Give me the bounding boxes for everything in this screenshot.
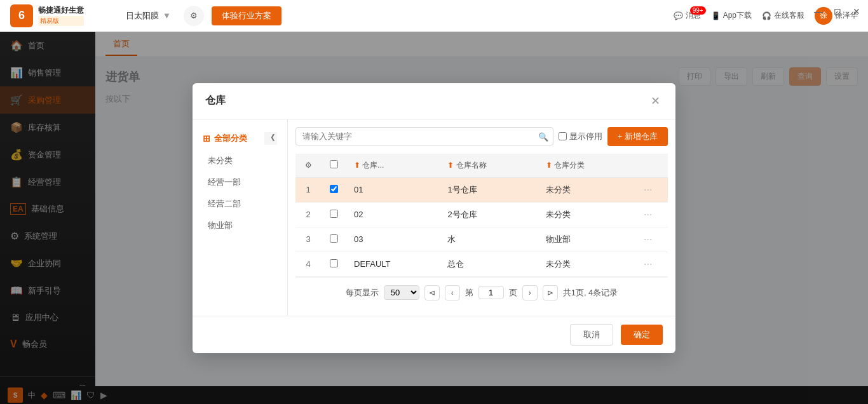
grid-icon: ⊞: [203, 133, 210, 144]
modal-overlay: 仓库 ✕ ⊞ 全部分类 《 未分类 经营一部 经营二部 物业部: [0, 32, 868, 404]
table-row[interactable]: 1 01 1号仓库 未分类 ···: [295, 177, 668, 202]
headset-icon: 🎧: [762, 11, 771, 20]
trial-button[interactable]: 体验行业方案: [212, 6, 281, 25]
settings-icon[interactable]: ⚙: [184, 6, 204, 26]
modal-table: ⚙ ⬆ 仓库... ⬆ 仓库名称: [295, 154, 668, 277]
logo-icon: 6: [10, 4, 33, 27]
col-category: ⬆ 仓库分类: [538, 154, 636, 178]
search-icon[interactable]: 🔍: [538, 131, 548, 141]
last-page-button[interactable]: ⊳: [543, 285, 558, 300]
show-disabled-label: 显示停用: [559, 131, 602, 142]
modal-sidebar-header: ⊞ 全部分类 《: [193, 127, 287, 150]
sort-icon: ⬆: [354, 161, 360, 170]
table-header: ⚙ ⬆ 仓库... ⬆ 仓库名称: [295, 154, 668, 178]
row-index: 2: [295, 202, 321, 227]
row-checkbox-cell[interactable]: [321, 177, 346, 202]
modal-right-content: 🔍 显示停用 + 新增仓库 ⚙: [288, 119, 675, 316]
window-controls: — ⊡ ✕: [807, 0, 868, 23]
row-index: 1: [295, 177, 321, 202]
row-checkbox[interactable]: [330, 259, 338, 267]
minimize-button[interactable]: —: [810, 3, 827, 20]
col-name: ⬆ 仓库名称: [440, 154, 538, 178]
modal-title: 仓库: [205, 94, 226, 107]
top-header: 6 畅捷通好生意 精易版 日太阳膜 ▼ ⚙ 体验行业方案 💬 消息 99+ 📱 …: [0, 0, 868, 32]
cancel-button[interactable]: 取消: [570, 324, 613, 346]
actions-dots-icon[interactable]: ···: [644, 184, 652, 195]
row-actions[interactable]: ···: [636, 202, 668, 227]
col-settings[interactable]: ⚙: [295, 154, 321, 178]
row-code: 01: [346, 177, 440, 202]
store-selector[interactable]: 日太阳膜 ▼: [118, 8, 179, 24]
row-index: 3: [295, 227, 321, 252]
close-button[interactable]: ✕: [848, 3, 865, 20]
select-all-checkbox[interactable]: [330, 160, 338, 168]
sort-icon-cat: ⬆: [546, 161, 552, 170]
row-name: 2号仓库: [440, 202, 538, 227]
next-page-button[interactable]: ›: [522, 285, 538, 300]
maximize-button[interactable]: ⊡: [829, 3, 846, 20]
modal-category-unclassified[interactable]: 未分类: [193, 150, 287, 172]
app-download-button[interactable]: 📱 App下载: [711, 10, 752, 21]
dropdown-arrow-icon: ▼: [163, 11, 171, 20]
row-category: 物业部: [538, 227, 636, 252]
row-checkbox-cell[interactable]: [321, 202, 346, 227]
first-page-button[interactable]: ⊲: [424, 285, 440, 300]
online-service-button[interactable]: 🎧 在线客服: [762, 10, 804, 21]
logo-area: 6 畅捷通好生意 精易版: [10, 4, 105, 27]
row-actions[interactable]: ···: [636, 227, 668, 252]
prev-page-button[interactable]: ‹: [445, 285, 460, 300]
actions-dots-icon[interactable]: ···: [644, 209, 652, 220]
page-number-input[interactable]: [478, 286, 504, 299]
message-button[interactable]: 💬 消息 99+: [674, 10, 701, 21]
row-name: 水: [440, 227, 538, 252]
show-disabled-checkbox[interactable]: [559, 132, 567, 140]
modal-body: ⊞ 全部分类 《 未分类 经营一部 经营二部 物业部 🔍: [193, 119, 675, 316]
phone-icon: 📱: [711, 11, 721, 20]
actions-dots-icon[interactable]: ···: [644, 259, 652, 269]
modal-header: 仓库 ✕: [193, 83, 675, 119]
modal-category-ops2[interactable]: 经营二部: [193, 193, 287, 215]
col-code: ⬆ 仓库...: [346, 154, 440, 178]
row-category: 未分类: [538, 252, 636, 276]
actions-dots-icon[interactable]: ···: [644, 234, 652, 245]
row-category: 未分类: [538, 177, 636, 202]
search-input[interactable]: [295, 127, 553, 145]
col-checkbox[interactable]: [321, 154, 346, 178]
row-code: 03: [346, 227, 440, 252]
add-warehouse-button[interactable]: + 新增仓库: [607, 127, 668, 146]
row-code: DEFAULT: [346, 252, 440, 276]
row-code: 02: [346, 202, 440, 227]
table-row[interactable]: 2 02 2号仓库 未分类 ···: [295, 202, 668, 227]
modal-category-property[interactable]: 物业部: [193, 215, 287, 236]
table-row[interactable]: 4 DEFAULT 总仓 未分类 ···: [295, 252, 668, 276]
collapse-button[interactable]: 《: [264, 132, 277, 145]
per-page-select[interactable]: 10 20 50 100: [384, 285, 419, 300]
logo-text: 畅捷通好生意 精易版: [38, 5, 84, 26]
modal-footer: 取消 确定: [193, 316, 675, 353]
modal-toolbar: 🔍 显示停用 + 新增仓库: [295, 127, 668, 146]
row-index: 4: [295, 252, 321, 276]
row-name: 1号仓库: [440, 177, 538, 202]
row-checkbox[interactable]: [330, 234, 338, 243]
warehouse-table: ⚙ ⬆ 仓库... ⬆ 仓库名称: [295, 154, 668, 277]
pagination: 每页显示 10 20 50 100 ⊲ ‹ 第 页 ›: [295, 277, 668, 308]
row-checkbox[interactable]: [330, 185, 338, 193]
row-checkbox[interactable]: [330, 210, 338, 218]
col-actions: [636, 154, 668, 178]
message-icon: 💬: [674, 11, 683, 20]
row-checkbox-cell[interactable]: [321, 227, 346, 252]
confirm-button[interactable]: 确定: [621, 325, 663, 345]
row-checkbox-cell[interactable]: [321, 252, 346, 276]
per-page-select-wrap: 10 20 50 100: [384, 285, 419, 300]
modal-category-ops1[interactable]: 经营一部: [193, 172, 287, 193]
row-category: 未分类: [538, 202, 636, 227]
sort-icon-name: ⬆: [447, 161, 454, 170]
warehouse-modal: 仓库 ✕ ⊞ 全部分类 《 未分类 经营一部 经营二部 物业部: [193, 83, 675, 353]
row-name: 总仓: [440, 252, 538, 276]
modal-close-button[interactable]: ✕: [648, 93, 663, 109]
search-wrap: 🔍: [295, 127, 553, 145]
table-row[interactable]: 3 03 水 物业部 ···: [295, 227, 668, 252]
row-actions[interactable]: ···: [636, 252, 668, 276]
modal-sidebar: ⊞ 全部分类 《 未分类 经营一部 经营二部 物业部: [193, 119, 288, 316]
row-actions[interactable]: ···: [636, 177, 668, 202]
